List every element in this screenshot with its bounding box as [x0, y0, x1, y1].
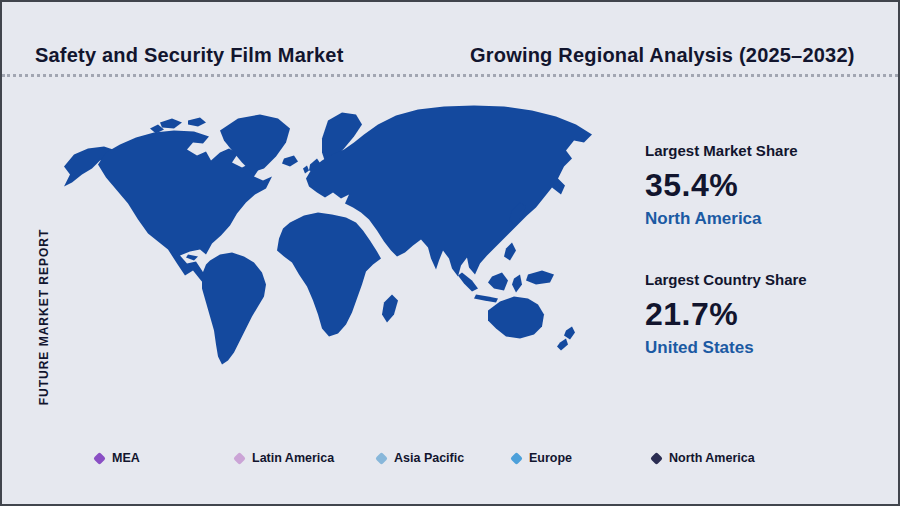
stats-panel: Largest Market Share 35.4% North America…: [645, 142, 885, 400]
legend-item-latin-america: Latin America: [235, 448, 334, 468]
stat-largest-country-share: Largest Country Share 21.7% United State…: [645, 271, 885, 358]
page-subtitle: Growing Regional Analysis (2025–2032): [470, 44, 855, 67]
legend-label: Europe: [529, 451, 572, 465]
stat-largest-market-share: Largest Market Share 35.4% North America: [645, 142, 885, 229]
legend-dot-icon: [375, 452, 388, 465]
stat-label: Largest Market Share: [645, 142, 885, 159]
stat-value: 21.7%: [645, 298, 885, 330]
legend-label: Asia Pacific: [394, 451, 464, 465]
brand-vertical-label: FUTURE MARKET REPORT: [37, 229, 51, 406]
legend-dot-icon: [650, 452, 663, 465]
legend-item-europe: Europe: [512, 448, 572, 468]
legend-item-asia-pacific: Asia Pacific: [377, 448, 464, 468]
legend: MEA Latin America Asia Pacific Europe No…: [2, 448, 898, 472]
legend-label: Latin America: [252, 451, 334, 465]
world-map: [60, 100, 605, 395]
legend-dot-icon: [510, 452, 523, 465]
stat-region: North America: [645, 209, 885, 229]
dotted-divider: [2, 74, 898, 77]
page-title: Safety and Security Film Market: [35, 44, 344, 67]
legend-item-mea: MEA: [95, 448, 140, 468]
legend-item-north-america: North America: [652, 448, 755, 468]
stat-value: 35.4%: [645, 169, 885, 201]
infographic-frame: Safety and Security Film Market Growing …: [0, 0, 900, 506]
stat-label: Largest Country Share: [645, 271, 885, 288]
legend-dot-icon: [233, 452, 246, 465]
continents: [64, 106, 592, 365]
legend-label: North America: [669, 451, 755, 465]
legend-dot-icon: [93, 452, 106, 465]
stat-region: United States: [645, 338, 885, 358]
legend-label: MEA: [112, 451, 140, 465]
world-map-svg: [60, 100, 605, 395]
